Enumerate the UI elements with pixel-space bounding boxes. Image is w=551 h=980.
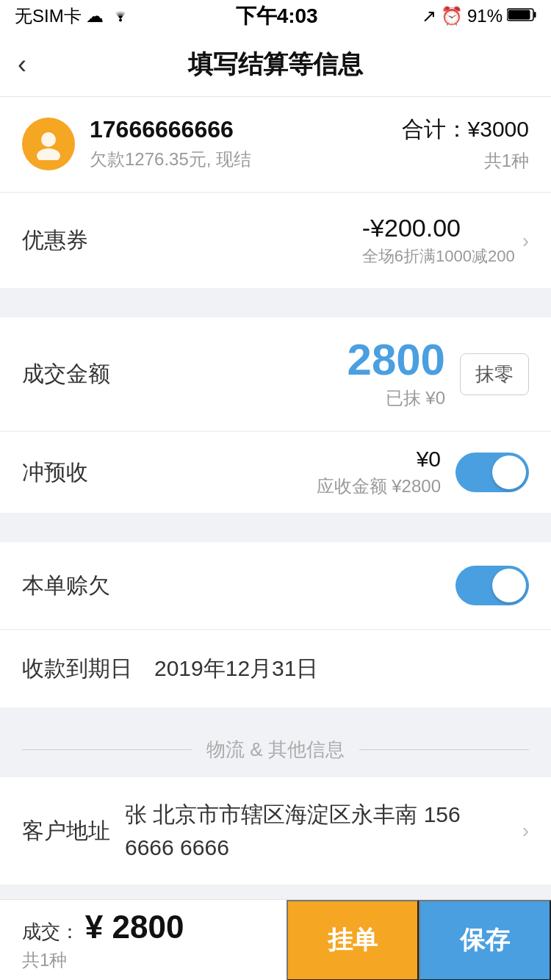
bottom-deal-line: 成交： ¥ 2800 [22,909,264,945]
section-gap-2 [0,527,551,542]
status-bar: 无SIM卡 ☁ 下午4:03 ↗ ⏰ 91% [0,0,551,32]
svg-rect-2 [534,12,536,18]
avatar [22,118,75,170]
chong-receivable: 应收金额 ¥2800 [317,475,441,498]
date-label: 收款到期日 [22,654,132,684]
coupon-label: 优惠券 [22,226,88,256]
chong-toggle[interactable] [455,453,529,492]
bottom-count: 共1种 [22,948,264,972]
svg-point-4 [41,132,56,147]
content: 17666666666 欠款1276.35元, 现结 合计：¥3000 共1种 … [0,97,551,980]
address-label: 客户地址 [22,816,110,846]
total-amount: 合计：¥3000 [402,115,529,145]
hang-button[interactable]: 挂单 [287,900,419,981]
round-zero-button[interactable]: 抹零 [460,353,529,395]
deal-amount-row: 成交金额 2800 已抹 ¥0 抹零 [0,317,551,430]
date-value: 2019年12月31日 [154,654,318,684]
page-title: 填写结算等信息 [188,48,363,82]
customer-row: 17666666666 欠款1276.35元, 现结 合计：¥3000 共1种 [0,97,551,190]
logistics-text: 物流 & 其他信息 [206,737,345,763]
bendan-row: 本单赊欠 [0,542,551,629]
customer-left: 17666666666 欠款1276.35元, 现结 [22,116,251,171]
battery-label: 91% [467,6,503,26]
chong-label: 冲预收 [22,458,88,488]
save-button[interactable]: 保存 [419,900,551,981]
deal-amount-value: 2800 已抹 ¥0 抹零 [347,338,529,410]
customer-info: 17666666666 欠款1276.35元, 现结 [90,116,251,171]
wifi-icon [109,6,132,26]
coupon-right: -¥200.00 全场6折满1000减200 › [362,214,529,267]
coupon-info: -¥200.00 全场6折满1000减200 [362,214,515,267]
coupon-discount: -¥200.00 [362,214,515,242]
location-icon: ↗ [422,6,436,26]
bottom-bar: 成交： ¥ 2800 共1种 挂单 保存 [0,899,551,980]
svg-point-0 [119,19,122,22]
nav-bar: ‹ 填写结算等信息 [0,32,551,97]
customer-card: 17666666666 欠款1276.35元, 现结 合计：¥3000 共1种 … [0,97,551,288]
section-gap-1 [0,303,551,317]
chong-values: ¥0 应收金额 ¥2800 [317,447,441,498]
bendan-toggle[interactable] [455,566,529,605]
bendan-toggle-knob [492,569,526,602]
status-left: 无SIM卡 ☁ [15,4,132,28]
customer-total: 合计：¥3000 共1种 [402,115,529,173]
address-row[interactable]: 客户地址 张 北京市市辖区海淀区永丰南 156 6666 6666 › [0,777,551,884]
date-row: 收款到期日 2019年12月31日 [0,630,551,707]
bottom-deal-label: 成交： [22,920,79,943]
logistics-line-left [22,749,192,750]
toggle-knob [492,455,526,489]
logistics-line-right [359,749,529,750]
address-content: 张 北京市市辖区海淀区永丰南 156 6666 6666 [125,798,508,864]
chong-right: ¥0 应收金额 ¥2800 [317,447,529,498]
coupon-row[interactable]: 优惠券 -¥200.00 全场6折满1000减200 › [0,193,551,288]
bendan-label: 本单赊欠 [22,571,110,601]
deal-amount-card: 成交金额 2800 已抹 ¥0 抹零 冲预收 ¥0 应收金额 ¥2800 [0,317,551,513]
total-count: 共1种 [402,149,529,173]
bendan-card: 本单赊欠 收款到期日 2019年12月31日 [0,542,551,707]
address-arrow-icon: › [522,819,529,843]
status-time: 下午4:03 [236,2,318,30]
customer-phone: 17666666666 [90,116,251,143]
svg-point-5 [37,148,60,160]
chong-amount: ¥0 [317,447,441,472]
sim-label: 无SIM卡 ☁ [15,4,104,28]
svg-rect-3 [508,10,530,20]
deal-amount-number: 2800 [347,338,445,382]
chong-row: 冲预收 ¥0 应收金额 ¥2800 [0,432,551,513]
deal-amount-label: 成交金额 [22,359,110,389]
deal-sub: 已抹 ¥0 [347,386,445,410]
back-button[interactable]: ‹ [18,49,26,80]
bottom-amount: ¥ 2800 [85,909,184,945]
coupon-desc: 全场6折满1000减200 [362,245,515,267]
customer-debt: 欠款1276.35元, 现结 [90,148,251,171]
alarm-icon: ⏰ [441,6,463,26]
bottom-summary: 成交： ¥ 2800 共1种 [0,909,287,972]
deal-amount-container: 2800 已抹 ¥0 [347,338,445,410]
coupon-arrow-icon: › [522,229,529,253]
logistics-divider: 物流 & 其他信息 [0,722,551,777]
status-right: ↗ ⏰ 91% [422,6,536,26]
battery-icon [507,6,536,26]
